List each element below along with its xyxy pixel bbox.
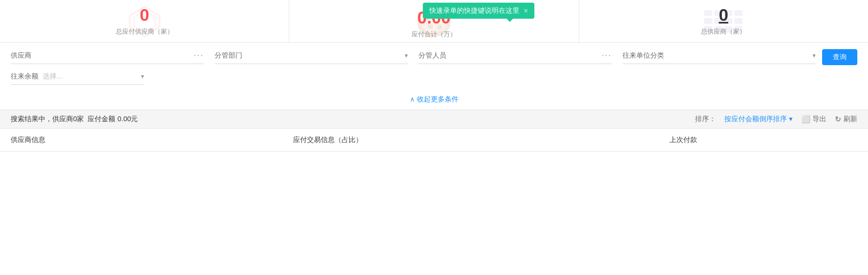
payable-suppliers-label: 总应付供应商（家）: [116, 27, 173, 36]
results-bar: 搜索结果中，供应商0家 应付金额 0.00元 排序： 按应付会额倒序排序 ▾ ⬜…: [0, 110, 868, 129]
supplier-filter[interactable]: 供应商 ···: [11, 51, 204, 64]
department-dropdown-icon[interactable]: ▾: [405, 52, 408, 59]
results-info: 搜索结果中，供应商0家 应付金额 0.00元: [11, 114, 138, 124]
export-label: 导出: [812, 114, 826, 124]
manager-input[interactable]: [451, 51, 597, 59]
tooltip-popup: 快速录单的快捷键说明在这里 ×: [423, 3, 534, 19]
results-amount-value: 0.00元: [117, 115, 138, 123]
refresh-icon: ↻: [835, 115, 841, 123]
payable-suppliers-number: 0: [116, 6, 173, 25]
collapse-bar[interactable]: ∧ 收起更多条件: [11, 91, 857, 109]
query-button[interactable]: 查询: [822, 49, 857, 65]
col-supplier-info: 供应商信息: [11, 135, 293, 145]
filter-section: 供应商 ··· 分管部门 ▾ 分管人员 ··· 往来单位分类 ▾ 查询 往来余额…: [0, 43, 868, 110]
table-header: 供应商信息 应付交易信息（占比） 上次付款: [0, 129, 868, 152]
category-filter[interactable]: 往来单位分类 ▾: [622, 51, 816, 64]
sort-label: 排序：: [695, 114, 716, 124]
refresh-label: 刷新: [843, 114, 857, 124]
total-suppliers-stat: 0 总供应商（家）: [579, 0, 868, 42]
export-button[interactable]: ⬜ 导出: [801, 114, 826, 124]
category-input[interactable]: [668, 51, 808, 59]
filter-row-1: 供应商 ··· 分管部门 ▾ 分管人员 ··· 往来单位分类 ▾ 查询: [11, 49, 857, 65]
manager-label: 分管人员: [419, 51, 446, 60]
supplier-dots[interactable]: ···: [194, 51, 204, 60]
payable-total-label: 应付合计（万）: [412, 30, 456, 39]
payable-total-stat: 🍪 快速录单的快捷键说明在这里 × 0.00 应付合计（万）: [289, 0, 579, 42]
department-input[interactable]: [247, 51, 400, 59]
tooltip-close-button[interactable]: ×: [524, 6, 528, 15]
supplier-label: 供应商: [11, 51, 31, 60]
table-body: [0, 152, 868, 275]
stats-bar: 0 总应付供应商（家） 🍪 快速录单的快捷键说明在这里 × 0.00 应付合计（…: [0, 0, 868, 43]
collapse-label: 收起更多条件: [417, 95, 459, 104]
manager-dots[interactable]: ···: [602, 51, 612, 60]
sort-value[interactable]: 按应付会额倒序排序 ▾: [724, 114, 793, 124]
payable-suppliers-stat: 0 总应付供应商（家）: [0, 0, 289, 42]
results-actions: 排序： 按应付会额倒序排序 ▾ ⬜ 导出 ↻ 刷新: [695, 114, 857, 124]
export-icon: ⬜: [801, 115, 810, 123]
supplier-input[interactable]: [36, 51, 190, 59]
total-suppliers-label: 总供应商（家）: [701, 27, 746, 36]
collapse-icon: ∧: [410, 96, 415, 103]
col-last-payment: 上次付款: [669, 135, 857, 145]
department-filter[interactable]: 分管部门 ▾: [215, 51, 408, 64]
refresh-button[interactable]: ↻ 刷新: [835, 114, 857, 124]
balance-placeholder[interactable]: 选择...: [43, 72, 137, 81]
balance-dropdown-icon[interactable]: ▾: [141, 73, 144, 80]
total-suppliers-number: 0: [701, 6, 746, 25]
filter-row-2: 往来余额 选择... ▾: [11, 72, 857, 85]
results-supplier-unit: 家: [77, 115, 84, 123]
tooltip-text: 快速录单的快捷键说明在这里: [429, 6, 519, 15]
balance-label: 往来余额: [11, 72, 38, 81]
department-label: 分管部门: [215, 51, 242, 60]
category-label: 往来单位分类: [622, 51, 664, 60]
manager-filter[interactable]: 分管人员 ···: [419, 51, 612, 64]
category-dropdown-icon[interactable]: ▾: [812, 52, 816, 59]
col-transaction-info: 应付交易信息（占比）: [293, 135, 669, 145]
results-prefix: 搜索结果中，供应商: [11, 115, 73, 123]
balance-filter[interactable]: 往来余额 选择... ▾: [11, 72, 144, 85]
results-amount-label: 应付金额: [88, 115, 115, 123]
